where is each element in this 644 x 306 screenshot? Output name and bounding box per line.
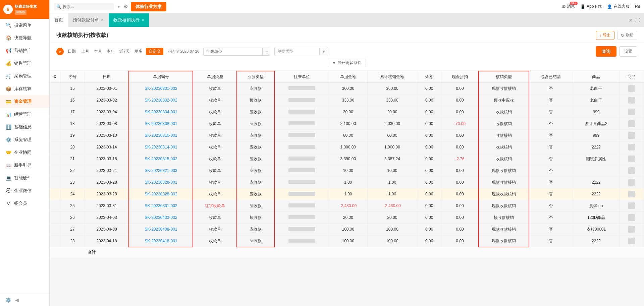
sidebar-item-marketing[interactable]: 📢 营销推广 bbox=[0, 44, 49, 57]
row-include-settled: 否 bbox=[529, 200, 573, 212]
tab-collect[interactable]: 收款核销执行 ✕ bbox=[109, 13, 149, 27]
collect-tab-close-icon[interactable]: ✕ bbox=[142, 18, 144, 22]
tab-prepay[interactable]: 预付款应付单 ✕ bbox=[68, 13, 109, 27]
row-bill-no[interactable]: SK-20230408-001 bbox=[129, 224, 193, 235]
row-bill-no[interactable]: SK-20230331-002 bbox=[129, 200, 193, 212]
row-counterpart bbox=[274, 177, 329, 188]
row-bill-no[interactable]: SK-20230304-001 bbox=[129, 106, 193, 118]
row-bill-no[interactable]: SK-20230308-001 bbox=[129, 118, 193, 130]
sidebar-item-hardware[interactable]: 💻 智能硬件 bbox=[0, 172, 49, 184]
sidebar-item-wechat[interactable]: 💬 企业微信 bbox=[0, 184, 49, 197]
row-bill-no[interactable]: SK-20230302-002 bbox=[129, 95, 193, 106]
col-cancel-type: 核销类型 bbox=[479, 71, 529, 83]
home-tab-label: 首页 bbox=[54, 17, 63, 23]
filter-row: » 日期 上月 本月 本年 近7天 更多 自定义 不限 至 2023-07-26… bbox=[56, 46, 637, 57]
topbar-chevron-icon[interactable]: ▼ bbox=[117, 4, 121, 9]
close-tab-icon[interactable]: ✕ bbox=[629, 17, 633, 23]
date-btn-this-month[interactable]: 本月 bbox=[93, 48, 103, 55]
refresh-button[interactable]: ↻ 刷新 bbox=[617, 31, 637, 40]
sidebar-item-enterprise[interactable]: 🤝 企业协同 bbox=[0, 146, 49, 159]
chevron-down-icon: ▼ bbox=[332, 61, 336, 65]
sidebar-item-inventory[interactable]: 📦 库存核算 bbox=[0, 82, 49, 95]
app-download-button[interactable]: 📱 App下载 bbox=[580, 4, 602, 9]
date-btn-last-month[interactable]: 上月 bbox=[80, 48, 91, 55]
topbar-search-wrap: 🔍 bbox=[54, 3, 114, 10]
row-balance: 0.00 bbox=[417, 153, 441, 165]
row-bill-no[interactable]: SK-20230328-002 bbox=[129, 188, 193, 200]
row-bill-no[interactable]: SK-20230321-003 bbox=[129, 165, 193, 177]
date-btn-this-year[interactable]: 本年 bbox=[105, 48, 116, 55]
expand-tab-icon[interactable]: ⛶ bbox=[635, 17, 640, 23]
row-bill-amount: 20.00 bbox=[329, 106, 367, 118]
table-header: ⚙ 序号 日期 单据编号 单据类型 业务类型 往来单位 单据金额 累计核销金额 … bbox=[50, 71, 644, 83]
expand-more-button[interactable]: ▼ 展开更多条件 bbox=[328, 59, 366, 67]
row-bill-no[interactable]: SK-20230418-001 bbox=[129, 235, 193, 247]
tab-home[interactable]: 首页 bbox=[50, 13, 68, 27]
row-include-settled: 否 bbox=[529, 130, 573, 141]
online-service-button[interactable]: 👤 在线客服 bbox=[607, 4, 630, 9]
filter-settings-button[interactable]: 设置 bbox=[619, 46, 637, 57]
sidebar-item-search[interactable]: 🔍 搜索菜单 bbox=[0, 19, 49, 32]
query-button[interactable]: 查询 bbox=[596, 46, 616, 57]
counterpart-input-dots[interactable]: ··· bbox=[262, 48, 270, 55]
date-btn-custom[interactable]: 自定义 bbox=[146, 48, 163, 55]
sidebar-item-basic[interactable]: ℹ️ 基础信息 bbox=[0, 121, 49, 133]
marketing-icon: 📢 bbox=[5, 48, 11, 53]
row-bill-no[interactable]: SK-20230403-002 bbox=[129, 212, 193, 224]
collect-tab-label: 收款核销执行 bbox=[113, 17, 140, 23]
filter-expand-button[interactable]: » bbox=[56, 48, 64, 55]
date-range-display: 不限 至 2023-07-26 bbox=[167, 49, 199, 54]
sidebar-item-guide[interactable]: 📖 新手引导 bbox=[0, 159, 49, 172]
operation-icon: 📊 bbox=[5, 112, 11, 117]
row-counterpart bbox=[274, 224, 329, 235]
sidebar-item-finance[interactable]: 💳 资金管理 bbox=[0, 95, 49, 108]
row-product: 老白干 bbox=[573, 83, 620, 95]
row-cash-discount: 0.00 bbox=[441, 106, 479, 118]
row-bill-no[interactable]: SK-20230315-002 bbox=[129, 153, 193, 165]
row-settings bbox=[50, 130, 60, 141]
settings-bottom-icon[interactable]: ⚙️ bbox=[5, 297, 11, 303]
row-cancel-type: 现款收款核销 bbox=[479, 188, 529, 200]
row-bill-type: 收款单 bbox=[193, 188, 237, 200]
row-bill-no[interactable]: SK-20230301-002 bbox=[129, 83, 193, 95]
row-product2 bbox=[620, 130, 644, 141]
row-cash-discount: 0.00 bbox=[441, 141, 479, 153]
row-product: 测试多属性 bbox=[573, 153, 620, 165]
row-balance: 0.00 bbox=[417, 95, 441, 106]
sidebar-item-sales[interactable]: 💰 销售管理 bbox=[0, 57, 49, 70]
sidebar-item-purchase[interactable]: 🛒 采购管理 bbox=[0, 70, 49, 82]
row-bill-no[interactable]: SK-20230310-001 bbox=[129, 130, 193, 141]
date-btn-7days[interactable]: 近7天 bbox=[118, 48, 131, 55]
logo-badge: 标推版 bbox=[15, 10, 26, 15]
sidebar-item-member[interactable]: V 畅会员 bbox=[0, 197, 49, 210]
table-row: 21 2023-03-15 SK-20230315-002 收款单 应收款 3,… bbox=[50, 153, 644, 165]
row-bill-type: 收款单 bbox=[193, 224, 237, 235]
sidebar-item-quick-nav[interactable]: 🏠 快捷导航 bbox=[0, 32, 49, 44]
counterpart-input[interactable] bbox=[204, 48, 262, 55]
data-table-container: ⚙ 序号 日期 单据编号 单据类型 业务类型 往来单位 单据金额 累计核销金额 … bbox=[50, 71, 644, 306]
solution-button[interactable]: 体验行业方案 bbox=[131, 2, 166, 11]
collapse-icon[interactable]: ◀ bbox=[15, 297, 19, 303]
messages-button[interactable]: ✉ 消息 99+ bbox=[562, 4, 575, 9]
date-btn-more[interactable]: 更多 bbox=[133, 48, 144, 55]
prepay-tab-close-icon[interactable]: ✕ bbox=[101, 18, 104, 22]
col-settings[interactable]: ⚙ bbox=[50, 71, 60, 83]
row-cancel-type: 现款收款核销 bbox=[479, 200, 529, 212]
row-cash-discount: 0.00 bbox=[441, 200, 479, 212]
row-settings bbox=[50, 224, 60, 235]
topbar-search-input[interactable] bbox=[63, 4, 111, 9]
sidebar-item-system[interactable]: ⚙️ 系统管理 bbox=[0, 133, 49, 146]
receipt-type-arrow[interactable]: ▼ bbox=[319, 48, 328, 55]
row-bill-no[interactable]: SK-20230328-001 bbox=[129, 177, 193, 188]
topbar-gear-icon[interactable]: ⚙ bbox=[123, 3, 128, 10]
export-button[interactable]: ↑ 导出 bbox=[596, 31, 614, 40]
sidebar-item-operation[interactable]: 📊 经营管理 bbox=[0, 108, 49, 121]
row-no: 15 bbox=[60, 83, 85, 95]
row-bill-no[interactable]: SK-20230314-001 bbox=[129, 141, 193, 153]
row-date: 2023-03-08 bbox=[85, 118, 129, 130]
row-include-settled: 否 bbox=[529, 188, 573, 200]
filter-more-row: ▼ 展开更多条件 bbox=[56, 59, 637, 67]
row-date: 2023-03-15 bbox=[85, 153, 129, 165]
row-balance: 0.00 bbox=[417, 130, 441, 141]
row-product2 bbox=[620, 235, 644, 247]
